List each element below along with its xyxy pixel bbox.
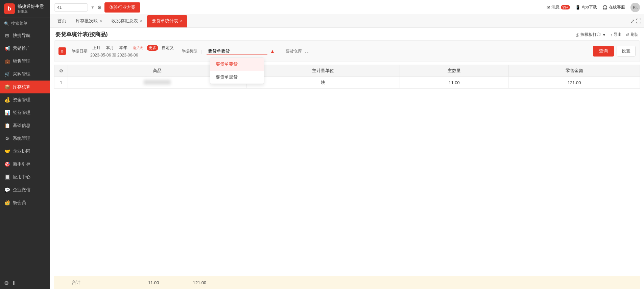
basic-icon: 📋 <box>4 123 10 129</box>
export-label: 导出 <box>614 32 622 38</box>
header-dropdown-arrow[interactable]: ▼ <box>91 5 95 10</box>
sidebar-item-label: 企业微信 <box>13 187 30 193</box>
msg-badge: 99+ <box>561 5 570 9</box>
main-content: 41 ▼ ⚙ 体验行业方案 ✉ 消息 99+ 📱 App下载 🎧 在线客服 Ri… <box>50 0 644 289</box>
date-btn-last-month[interactable]: 上月 <box>90 44 102 52</box>
sidebar-bottom: ⚙ ⏸ <box>0 277 50 289</box>
user-avatar[interactable]: Rit <box>630 3 640 12</box>
tab-shipreceive[interactable]: 收发存汇总表 × <box>107 15 147 27</box>
refresh-btn[interactable]: ↺ 刷新 <box>626 32 639 38</box>
tab-ship-close[interactable]: × <box>140 19 142 23</box>
date-btn-this-month[interactable]: 本月 <box>104 44 116 52</box>
operations-icon: 📊 <box>4 110 10 116</box>
col-quantity: 主数量 <box>400 65 508 77</box>
msg-label: 消息 <box>551 4 559 10</box>
tabs-bar: 首页 库存批次账 × 收发存汇总表 × 要货单统计表 × ⤢ ⛶ <box>50 15 644 28</box>
filter-actions: 查询 设置 <box>593 46 636 57</box>
messages-btn[interactable]: ✉ 消息 99+ <box>547 4 570 10</box>
header-gear-icon[interactable]: ⚙ <box>97 5 102 10</box>
row-index: 1 <box>54 77 68 89</box>
header-left: 41 ▼ ⚙ 体验行业方案 <box>54 2 140 13</box>
filter-type-label: 单据类型 <box>181 48 197 54</box>
sidebar-item-label: 基础信息 <box>13 123 30 129</box>
sidebar-item-finance[interactable]: 💰 资金管理 <box>0 93 50 106</box>
sidebar-item-marketing[interactable]: 📢 营销推广 <box>0 42 50 55</box>
filter-warehouse-more-btn[interactable]: … <box>305 48 310 54</box>
sidebar-item-wechat[interactable]: 💬 企业微信 <box>0 183 50 196</box>
search-menu-label: 搜索菜单 <box>11 21 27 26</box>
sidebar-item-collab[interactable]: 🤝 企业协同 <box>0 145 50 158</box>
tab-order-stats[interactable]: 要货单统计表 × <box>147 15 187 27</box>
sidebar-item-purchase[interactable]: 🛒 采购管理 <box>0 68 50 81</box>
inventory-icon: 📦 <box>4 84 10 90</box>
member-icon: 👑 <box>4 200 10 206</box>
sidebar-item-label: 资金管理 <box>13 97 30 103</box>
filter-type-separator: | <box>201 49 202 54</box>
table-footer: 合计 11.00 121.00 <box>54 276 640 289</box>
sidebar-item-label: 新手引导 <box>13 161 30 167</box>
row-quantity: 11.00 <box>400 77 508 89</box>
sidebar-item-member[interactable]: 👑 畅会员 <box>0 196 50 209</box>
filter-bar: » 单据日期 上月 本月 本年 近7天 更多 自定义 2023-05-06 至 … <box>54 40 640 62</box>
app-download-btn[interactable]: 📱 App下载 <box>575 4 597 10</box>
filter-date-label: 单据日期 <box>71 48 88 54</box>
col-unit: 主计量单位 <box>246 65 400 77</box>
sidebar-item-label: 销售管理 <box>13 58 30 64</box>
export-btn[interactable]: ↑ 导出 <box>610 32 622 38</box>
expand-icon[interactable]: ⤢ <box>630 18 635 24</box>
sidebar-item-system[interactable]: ⚙ 系统管理 <box>0 132 50 145</box>
logo-title: 畅捷通好生意 <box>18 4 44 9</box>
guide-icon: 🎯 <box>4 161 10 167</box>
date-btn-this-year[interactable]: 本年 <box>117 44 129 52</box>
date-custom-btn[interactable]: 自定义 <box>160 44 176 52</box>
sidebar-item-label: 库存核算 <box>13 84 30 90</box>
logo-subtitle: 标准版 <box>18 9 44 14</box>
date-more-badge[interactable]: 更多 <box>147 45 158 51</box>
logo-text-block: 畅捷通好生意 标准版 <box>18 4 44 14</box>
data-table: ⚙ 商品 主计量单位 主数量 零售金额 1 块 <box>54 65 640 89</box>
quick-nav-icon: ⊞ <box>4 32 10 39</box>
sidebar-item-appstore[interactable]: 🔲 应用中心 <box>0 171 50 183</box>
search-menu-btn[interactable]: 🔍 搜索菜单 <box>0 18 50 29</box>
sidebar-item-inventory[interactable]: 📦 库存核算 <box>0 81 50 93</box>
query-btn[interactable]: 查询 <box>593 46 614 57</box>
tab-home-label: 首页 <box>57 18 66 24</box>
filter-type-arrow-up[interactable]: ▲ <box>270 48 275 54</box>
tab-batch-account[interactable]: 库存批次账 × <box>71 15 107 27</box>
tab-order-close[interactable]: × <box>180 19 183 23</box>
sales-icon: 💼 <box>4 58 10 64</box>
sidebar-item-label: 企业协同 <box>13 148 30 154</box>
sidebar-item-sales[interactable]: 💼 销售管理 <box>0 55 50 68</box>
sidebar-item-basic[interactable]: 📋 基础信息 <box>0 119 50 132</box>
trial-btn[interactable]: 体验行业方案 <box>104 2 140 13</box>
sidebar-item-operations[interactable]: 📊 经营管理 <box>0 106 50 119</box>
sidebar-item-label: 经营管理 <box>13 110 30 116</box>
product-name-blurred <box>144 80 171 85</box>
fullscreen-icon[interactable]: ⛶ <box>636 18 641 24</box>
table-row: 1 块 11.00 121.00 <box>54 77 640 89</box>
service-label: 在线客服 <box>609 4 625 10</box>
tab-batch-close[interactable]: × <box>100 19 102 23</box>
refresh-icon: ↺ <box>626 32 629 37</box>
tab-home[interactable]: 首页 <box>53 15 71 27</box>
date-btn-7days[interactable]: 近7天 <box>131 44 145 52</box>
online-service-btn[interactable]: 🎧 在线客服 <box>602 4 625 10</box>
filter-warehouse-label: 要货仓库 <box>286 48 302 54</box>
setting-btn[interactable]: 设置 <box>617 46 636 57</box>
table-settings-icon[interactable]: ⚙ <box>59 68 63 73</box>
print-btn[interactable]: 🖨 按模板打印 ▼ <box>575 32 606 38</box>
sidebar-settings-btn[interactable]: ⚙ <box>4 280 9 286</box>
logo-icon: b <box>4 3 15 14</box>
filter-expand-btn[interactable]: » <box>58 47 66 55</box>
finance-icon: 💰 <box>4 97 10 103</box>
footer-label: 合计 <box>72 280 80 286</box>
sidebar-item-quick-nav[interactable]: ⊞ 快捷导航 <box>0 29 50 42</box>
sidebar-collapse-btn[interactable]: ⏸ <box>11 280 17 286</box>
dropdown-item-return[interactable]: 要货单退货 <box>210 71 264 84</box>
collab-icon: 🤝 <box>4 148 10 154</box>
sidebar-item-guide[interactable]: 🎯 新手引导 <box>0 158 50 171</box>
page-title: 要货单统计表(按商品) <box>55 31 108 38</box>
dropdown-item-purchase[interactable]: 要货单要货 <box>210 58 264 71</box>
tab-batch-label: 库存批次账 <box>76 18 98 24</box>
filter-type-input[interactable] <box>207 48 267 54</box>
